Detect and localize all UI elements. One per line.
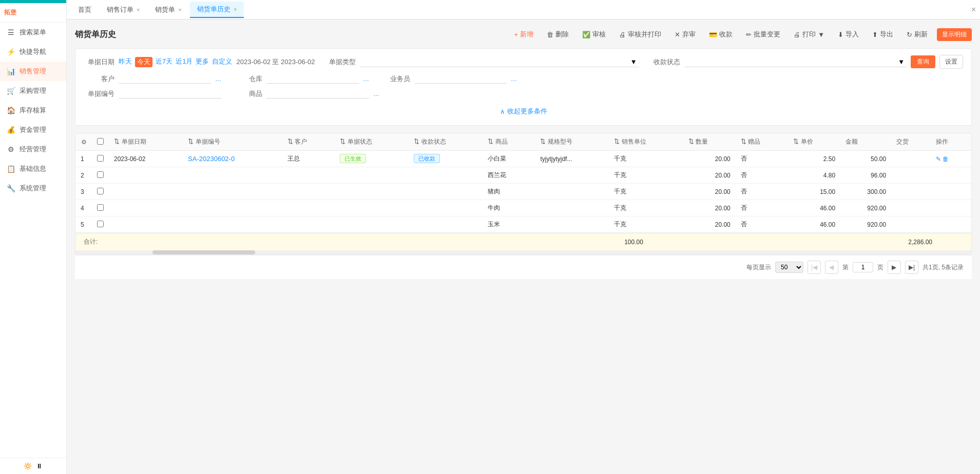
customer-more-button[interactable]: … [215,75,221,83]
col-transaction[interactable]: 交货 [891,133,931,151]
col-gift[interactable]: ⇅ 赠品 [736,133,788,151]
abandon-button[interactable]: ✕ 弃审 [670,28,700,41]
spec-cell: tyjytjytyjdf... [535,151,609,167]
sidebar-item-quicknav[interactable]: ⚡ 快捷导航 [0,42,66,62]
page-label: 第 [842,263,849,272]
1month-shortcut[interactable]: 近1月 [176,57,193,67]
batch-change-button[interactable]: ✏ 批量变更 [742,28,784,41]
row-checkbox[interactable] [97,188,104,194]
scroll-thumb[interactable] [152,250,255,254]
col-doc-date[interactable]: ⇅ 单据日期 [109,133,183,151]
per-page-select[interactable]: 50 100 200 [775,262,803,273]
checkbox-cell[interactable] [92,184,109,200]
col-doc-number[interactable]: ⇅ 单据编号 [183,133,282,151]
first-page-button[interactable]: |◀ [808,261,821,274]
customer-input[interactable] [119,74,211,84]
checkbox-cell[interactable] [92,200,109,216]
goods-cell: 牛肉 [483,200,535,216]
action-编辑[interactable]: ✎ [936,155,941,163]
payment-status-select[interactable]: ▼ [684,57,907,67]
tab-sales-history[interactable]: 销货单历史 × [190,2,244,18]
warehouse-input[interactable] [266,74,359,84]
tab-close-sales-order[interactable]: × [137,7,140,13]
sidebar-item-purchase[interactable]: 🛒 采购管理 [0,81,66,101]
col-doc-status[interactable]: ⇅ 单据状态 [335,133,409,151]
tab-close-sales-goods[interactable]: × [178,7,181,13]
audit-print-button[interactable]: 🖨 审核并打印 [615,28,665,41]
last-page-button[interactable]: ▶| [905,261,918,274]
tab-close-sales-history[interactable]: × [234,6,237,12]
action-删除[interactable]: 🗑 [943,155,949,163]
col-price[interactable]: ⇅ 单价 [788,133,840,151]
salesperson-more-button[interactable]: … [511,75,517,83]
audit-button[interactable]: ✅ 审核 [578,28,610,41]
col-qty[interactable]: ⇅ 数量 [683,133,736,151]
row-checkbox[interactable] [97,221,104,227]
custom-shortcut[interactable]: 自定义 [212,57,232,67]
action-cell [931,216,971,233]
checkbox-cell[interactable] [92,167,109,184]
select-all-checkbox[interactable] [97,138,104,145]
today-shortcut[interactable]: 今天 [135,57,152,67]
7days-shortcut[interactable]: 近7天 [156,57,172,67]
horizontal-scrollbar[interactable] [75,250,971,254]
tab-home[interactable]: 首页 [71,2,99,17]
receive-button[interactable]: 💳 收款 [705,28,737,41]
action-cell [931,167,971,184]
new-icon: + [514,31,518,38]
delete-icon: 🗑 [547,31,553,38]
col-goods[interactable]: ⇅ 商品 [483,133,535,151]
col-unit[interactable]: ⇅ 销售单位 [609,133,683,151]
doc-number-input[interactable] [119,89,221,98]
settings-col-header[interactable]: ⚙ [75,133,92,151]
brightness-icon[interactable]: 🔆 [24,462,32,470]
abandon-icon: ✕ [675,31,680,38]
unit-cell: 千克 [609,151,683,167]
goods-more-button[interactable]: … [373,90,379,97]
sidebar-item-search[interactable]: ☰ 搜索菜单 [0,23,66,42]
page-number-input[interactable]: 1 [853,262,873,272]
sidebar-item-basic[interactable]: 📋 基础信息 [0,159,66,179]
sidebar-item-inventory[interactable]: 🏠 库存核算 [0,101,66,120]
row-checkbox[interactable] [97,171,104,178]
sidebar-item-operation[interactable]: ⚙ 经营管理 [0,140,66,159]
sidebar-item-label: 搜索菜单 [20,28,46,37]
filter-row-1: 单据日期 昨天 今天 近7天 近1月 更多 自定义 2023-06-02 至 2… [84,55,963,69]
col-customer[interactable]: ⇅ 客户 [282,133,335,151]
tab-sales-order[interactable]: 销售订单 × [100,2,147,17]
salesperson-input[interactable] [414,74,507,84]
display-detail-button[interactable]: 显示明细 [937,28,972,41]
goods-input[interactable] [266,89,369,98]
col-spec[interactable]: ⇅ 规格型号 [535,133,609,151]
col-amount[interactable]: 金额 [840,133,891,151]
checkbox-cell[interactable] [92,151,109,167]
sidebar-item-sales[interactable]: 📊 销售管理 [0,62,66,81]
warehouse-more-button[interactable]: … [363,75,369,83]
settings-button[interactable]: 设置 [939,55,963,69]
yesterday-shortcut[interactable]: 昨天 [119,57,132,67]
sidebar-item-system[interactable]: 🔧 系统管理 [0,179,66,198]
window-close-button[interactable]: × [971,5,976,14]
row-checkbox[interactable] [97,204,104,211]
col-payment-status[interactable]: ⇅ 收款状态 [409,133,483,151]
collapse-filter-button[interactable]: ∧ 收起更多条件 [84,104,963,119]
checkbox-cell[interactable] [92,216,109,233]
refresh-button[interactable]: ↻ 刷新 [902,28,932,41]
doc-number-link[interactable]: SA-20230602-0 [188,155,235,163]
more-shortcut[interactable]: 更多 [196,57,209,67]
tab-sales-goods[interactable]: 销货单 × [148,2,188,17]
print-button[interactable]: 🖨 打印 ▼ [790,28,829,41]
pause-icon[interactable]: ⏸ [36,462,43,470]
next-page-button[interactable]: ▶ [888,261,901,274]
doc-type-select[interactable]: ▼ [360,57,639,67]
prev-page-button[interactable]: ◀ [825,261,838,274]
row-checkbox[interactable] [97,155,104,162]
sidebar-item-finance[interactable]: 💰 资金管理 [0,120,66,140]
export-button[interactable]: ⬆ 导出 [868,28,897,41]
seq-cell: 1 [75,151,92,167]
query-button[interactable]: 查询 [911,55,935,68]
checkbox-col-header[interactable] [92,133,109,151]
import-button[interactable]: ⬇ 导入 [834,28,863,41]
delete-button[interactable]: 🗑 删除 [543,28,573,41]
new-button[interactable]: + 新增 [510,28,538,41]
